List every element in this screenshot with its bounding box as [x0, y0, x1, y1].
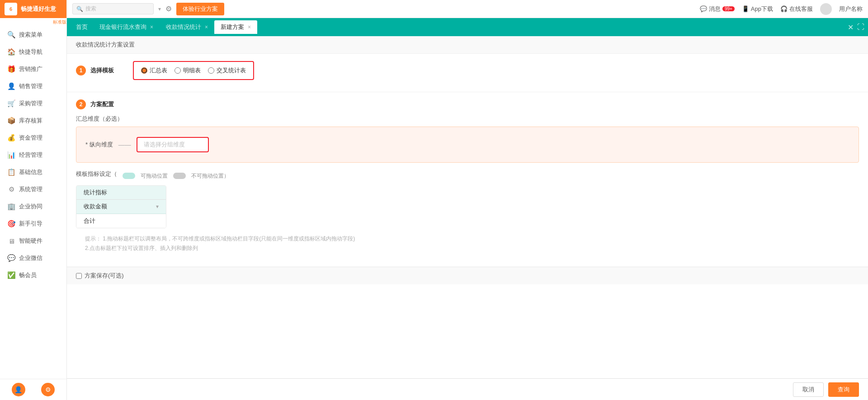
tab-label: 现金银行流水查询: [99, 23, 146, 31]
radio-cross-label: 交叉统计表: [217, 66, 246, 75]
arrow-right-icon: ——: [118, 141, 131, 148]
metrics-total-label: 合计: [84, 217, 95, 224]
sidebar-item-label: 搜索菜单: [19, 31, 42, 39]
metrics-table: 统计指标 收款金额 ▾ 合计: [76, 185, 166, 228]
step1-section: 1 选择模板 汇总表 明细表: [67, 54, 868, 92]
page-footer: 方案保存(可选): [67, 267, 868, 284]
quick-nav-icon: 🏠: [7, 48, 15, 56]
metrics-table-header: 统计指标: [76, 186, 166, 200]
sidebar-item-hardware[interactable]: 🖥 智能硬件: [0, 232, 66, 249]
radio-detail-input[interactable]: [175, 67, 181, 74]
metrics-total-cell: 合计: [76, 214, 166, 228]
close-window-icon[interactable]: ✕: [848, 23, 854, 32]
header-search-box[interactable]: 🔍 搜索: [72, 3, 154, 14]
sidebar-item-label: 经营管理: [19, 151, 42, 159]
sidebar-item-enterprise[interactable]: 🏢 企业协同: [0, 198, 66, 215]
fixed-indicator: [173, 173, 186, 179]
content-area: 收款情况统计方案设置 1 选择模板 汇总表: [67, 36, 868, 378]
member-icon: ✅: [7, 271, 15, 279]
pink-box: * 纵向维度 —— 请选择分组维度: [76, 127, 859, 163]
radio-summary[interactable]: 汇总表: [141, 66, 167, 75]
tab-bar: 首页 现金银行流水查询 × 收款情况统计 × 新建方案 × ✕ ⛶: [67, 18, 868, 36]
search-icon: 🔍: [76, 6, 83, 12]
tab-collect-stat[interactable]: 收款情况统计 ×: [160, 20, 214, 34]
download-item[interactable]: 📱 App下载: [742, 5, 773, 13]
sidebar-item-finance[interactable]: 💰 资金管理: [0, 129, 66, 146]
query-button[interactable]: 查询: [828, 382, 859, 397]
tab-home[interactable]: 首页: [71, 20, 93, 34]
sidebar-item-purchase[interactable]: 🛒 采购管理: [0, 95, 66, 112]
radio-group: 汇总表 明细表 交叉统计表: [141, 66, 246, 75]
sidebar-item-system[interactable]: ⚙ 系统管理: [0, 181, 66, 198]
sidebar-item-basic-info[interactable]: 📋 基础信息: [0, 164, 66, 181]
sidebar-item-inventory[interactable]: 📦 库存核算: [0, 112, 66, 129]
radio-summary-input[interactable]: [141, 67, 147, 74]
service-item[interactable]: 🎧 在线客服: [780, 5, 813, 13]
dimension-section-label: 汇总维度（必选）: [76, 115, 859, 123]
tab-new-plan[interactable]: 新建方案 ×: [214, 20, 257, 34]
sidebar-item-label: 企业微信: [19, 254, 42, 262]
sidebar-item-label: 快捷导航: [19, 48, 42, 56]
radio-detail[interactable]: 明细表: [175, 66, 201, 75]
sidebar-logo: 6 畅捷通好生意: [0, 0, 66, 18]
tab-label: 新建方案: [221, 23, 244, 31]
tab-close-icon[interactable]: ×: [150, 24, 153, 30]
sidebar-bottom-icon1[interactable]: 👤: [12, 383, 25, 396]
dim-select-box[interactable]: 请选择分组维度: [137, 137, 209, 152]
finance-icon: 💰: [7, 134, 15, 142]
sales-icon: 👤: [7, 82, 15, 90]
message-icon: 💬: [700, 5, 707, 12]
expand-icon[interactable]: ⛶: [857, 23, 864, 32]
message-badge: 99+: [722, 6, 735, 11]
metrics-col-header: 收款金额 ▾: [76, 200, 166, 213]
logo-icon: 6: [5, 3, 17, 15]
metrics-config-label: 模板指标设定（: [76, 170, 117, 178]
search-placeholder: 搜索: [85, 5, 96, 13]
sidebar-item-marketing[interactable]: 🎁 营销推广: [0, 61, 66, 78]
message-item[interactable]: 💬 消息 99+: [700, 5, 735, 13]
sidebar-item-label: 库存核算: [19, 117, 42, 125]
save-checkbox-input[interactable]: [76, 273, 82, 279]
download-label: App下载: [751, 5, 773, 13]
sidebar-bottom-icon2[interactable]: ⚙: [41, 383, 55, 396]
industry-btn[interactable]: 体验行业方案: [176, 3, 224, 15]
tab-close-icon[interactable]: ×: [205, 24, 208, 30]
sidebar-nav: 🔍 搜索菜单 🏠 快捷导航 🎁 营销推广 👤 销售管理 🛒 采购管理 📦 库存核…: [0, 26, 66, 379]
radio-cross[interactable]: 交叉统计表: [208, 66, 246, 75]
save-checkbox[interactable]: 方案保存(可选): [76, 272, 124, 280]
metrics-col-label: 收款金额: [84, 202, 107, 211]
sidebar-item-operation[interactable]: 📊 经营管理: [0, 146, 66, 164]
breadcrumb: 收款情况统计方案设置: [76, 41, 135, 48]
tip2: 2.点击标题栏下拉可设置排序、插入列和删除列: [85, 245, 850, 252]
user-avatar[interactable]: [820, 3, 832, 15]
user-name: 用户名称: [839, 5, 863, 13]
cancel-button[interactable]: 取消: [793, 382, 824, 397]
marketing-icon: 🎁: [7, 65, 15, 73]
sidebar-item-label: 新手引导: [19, 220, 42, 228]
sidebar-item-label: 销售管理: [19, 82, 42, 90]
tab-bank-flow[interactable]: 现金银行流水查询 ×: [93, 20, 160, 34]
dim-select-placeholder: 请选择分组维度: [144, 141, 185, 148]
sidebar-item-guide[interactable]: 🎯 新手引导: [0, 215, 66, 232]
sidebar-item-search-menu[interactable]: 🔍 搜索菜单: [0, 26, 66, 43]
sidebar-item-member[interactable]: ✅ 畅会员: [0, 267, 66, 284]
dimension-block: 汇总维度（必选） * 纵向维度 —— 请选择分组维度: [76, 115, 859, 163]
header-dropdown[interactable]: ▾: [158, 6, 161, 12]
sidebar-item-sales[interactable]: 👤 销售管理: [0, 78, 66, 95]
tips-section: 提示： 1.拖动标题栏可以调整布局，不可跨维度或指标区域拖动栏目字段(只能在同一…: [76, 230, 859, 259]
radio-cross-input[interactable]: [208, 67, 214, 74]
metrics-label-text: 模板指标设定（: [76, 170, 117, 177]
sidebar-item-quick-nav[interactable]: 🏠 快捷导航: [0, 43, 66, 61]
chevron-down-icon[interactable]: ▾: [156, 203, 159, 210]
bottom-action-bar: 取消 查询: [67, 378, 868, 400]
stats-label: 统计指标: [84, 189, 107, 196]
radio-summary-label: 汇总表: [150, 66, 167, 75]
sidebar-item-wechat[interactable]: 💬 企业微信: [0, 249, 66, 267]
gear-icon[interactable]: ⚙: [165, 5, 172, 13]
sidebar-item-label: 企业协同: [19, 202, 42, 211]
step2-section: 2 方案配置 汇总维度（必选） * 纵向维度 —— 请选择分组维度: [67, 92, 868, 267]
metrics-section: 模板指标设定（ 可拖动位置 不可拖动位置） 统计指标 收款金: [76, 170, 859, 230]
template-options: 汇总表 明细表 交叉统计表: [133, 61, 254, 80]
tab-close-icon[interactable]: ×: [248, 24, 251, 30]
sidebar: 6 畅捷通好生意 标准版 🔍 搜索菜单 🏠 快捷导航 🎁 营销推广 👤 销售管理…: [0, 0, 67, 400]
